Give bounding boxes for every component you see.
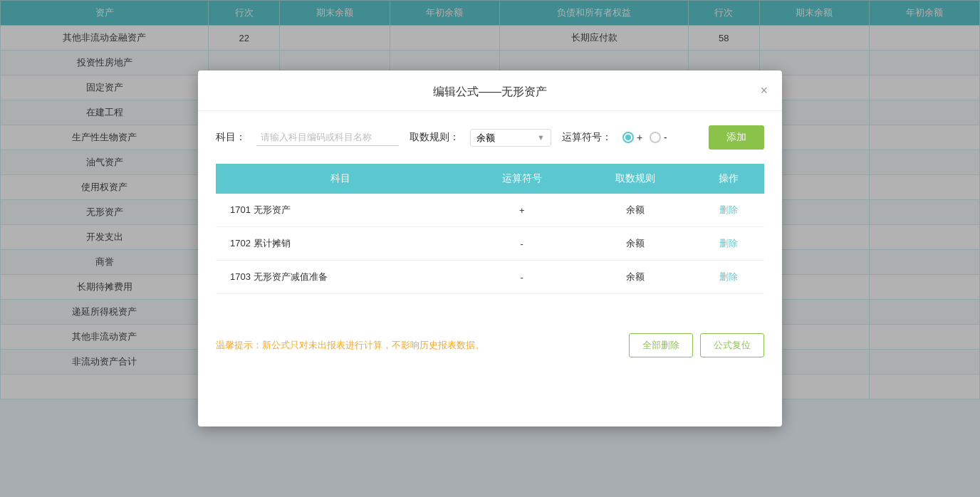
formula-table-head: 科目运算符号取数规则操作 (216, 164, 764, 194)
formula-table-header-cell: 取数规则 (579, 164, 693, 194)
subject-label: 科目： (216, 131, 246, 144)
delete-row-button[interactable]: 删除 (719, 204, 738, 215)
formula-header-row: 科目运算符号取数规则操作 (216, 164, 764, 194)
operator-label: 运算符号： (562, 131, 612, 144)
subject-input[interactable] (256, 129, 399, 146)
delete-row-button[interactable]: 删除 (719, 238, 738, 248)
formula-action-cell: 删除 (692, 261, 764, 294)
modal-title: 编辑公式——无形资产 (433, 85, 547, 98)
modal-body: 科目： 取数规则： 余额 借方 贷方 借方发生额 贷方发生额 ▼ 运算符号： (198, 111, 782, 323)
operator-plus-radio[interactable]: + (622, 132, 642, 143)
formula-rule-cell: 余额 (579, 227, 693, 261)
formula-operator-cell: - (465, 261, 579, 294)
minus-radio-label: - (664, 132, 667, 143)
formula-table-row: 1702 累计摊销-余额删除 (216, 227, 764, 261)
formula-action-cell: 删除 (692, 227, 764, 261)
form-row: 科目： 取数规则： 余额 借方 贷方 借方发生额 贷方发生额 ▼ 运算符号： (216, 125, 764, 150)
plus-radio-label: + (637, 132, 642, 143)
formula-subject-cell: 1701 无形资产 (216, 194, 465, 227)
reset-formula-button[interactable]: 公式复位 (700, 333, 764, 357)
select-arrow-icon: ▼ (537, 133, 545, 142)
formula-rule-cell: 余额 (579, 261, 693, 294)
add-button[interactable]: 添加 (709, 125, 764, 150)
footer-tip: 温馨提示：新公式只对未出报表进行计算，不影响历史报表数据。 (216, 339, 484, 352)
formula-table-row: 1703 无形资产减值准备-余额删除 (216, 261, 764, 294)
formula-rule-cell: 余额 (579, 194, 693, 227)
rule-label: 取数规则： (410, 131, 459, 144)
modal-header: 编辑公式——无形资产 × (198, 70, 782, 111)
operator-radio-group: + - (622, 132, 667, 143)
modal-footer: 温馨提示：新公式只对未出报表进行计算，不影响历史报表数据。 全部删除 公式复位 (198, 323, 782, 372)
formula-subject-cell: 1703 无形资产减值准备 (216, 261, 465, 294)
formula-table-header-cell: 操作 (692, 164, 764, 194)
modal-close-button[interactable]: × (756, 83, 771, 98)
formula-operator-cell: + (465, 194, 579, 227)
rule-select[interactable]: 余额 借方 贷方 借方发生额 贷方发生额 (476, 132, 533, 143)
formula-table-body: 1701 无形资产+余额删除1702 累计摊销-余额删除1703 无形资产减值准… (216, 194, 764, 294)
rule-select-wrap[interactable]: 余额 借方 贷方 借方发生额 贷方发生额 ▼ (470, 129, 551, 147)
modal-overlay: 编辑公式——无形资产 × 科目： 取数规则： 余额 借方 贷方 借方发生额 贷方… (0, 0, 980, 497)
operator-minus-radio[interactable]: - (650, 132, 667, 143)
plus-radio-circle (622, 132, 634, 143)
formula-table: 科目运算符号取数规则操作 1701 无形资产+余额删除1702 累计摊销-余额删… (216, 164, 764, 294)
formula-table-header-cell: 运算符号 (465, 164, 579, 194)
formula-operator-cell: - (465, 227, 579, 261)
formula-table-row: 1701 无形资产+余额删除 (216, 194, 764, 227)
formula-action-cell: 删除 (692, 194, 764, 227)
delete-row-button[interactable]: 删除 (719, 271, 738, 282)
formula-subject-cell: 1702 累计摊销 (216, 227, 465, 261)
footer-buttons: 全部删除 公式复位 (629, 333, 764, 357)
delete-all-button[interactable]: 全部删除 (629, 333, 693, 357)
formula-table-header-cell: 科目 (216, 164, 465, 194)
modal-dialog: 编辑公式——无形资产 × 科目： 取数规则： 余额 借方 贷方 借方发生额 贷方… (198, 70, 782, 427)
minus-radio-circle (650, 132, 661, 143)
